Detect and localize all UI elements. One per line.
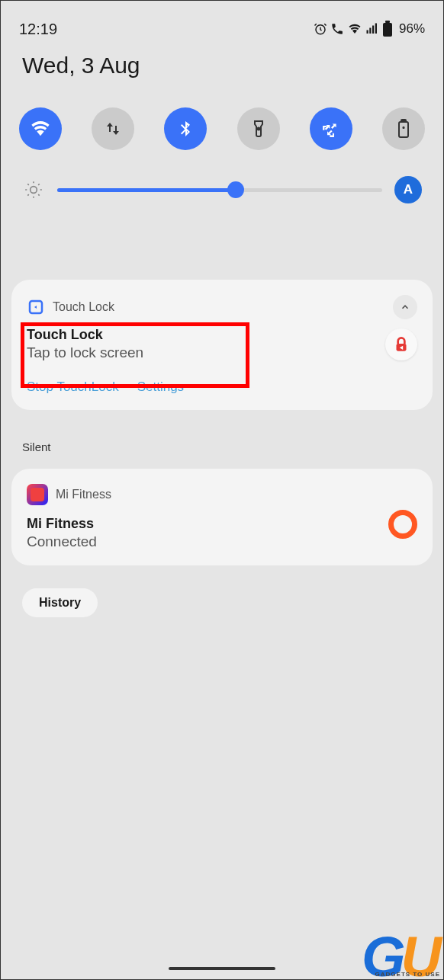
auto-rotate-toggle[interactable]: [310, 107, 352, 150]
svg-point-10: [31, 187, 37, 194]
alarm-icon: [314, 22, 327, 36]
touchlock-app-name: Touch Lock: [53, 300, 114, 314]
brightness-icon: [22, 178, 45, 201]
navigation-pill[interactable]: [169, 967, 275, 970]
svg-rect-9: [401, 120, 406, 122]
mifitness-app-icon: [27, 484, 48, 505]
bluetooth-toggle[interactable]: [164, 107, 207, 150]
mifitness-title: Mi Fitness: [27, 516, 417, 532]
signal-icon: [365, 22, 379, 36]
svg-rect-5: [383, 23, 392, 37]
lock-youtube-icon: [385, 328, 417, 360]
brightness-slider[interactable]: [57, 188, 382, 192]
touchlock-notification[interactable]: Touch Lock Touch Lock Tap to lock screen…: [11, 280, 433, 410]
voip-icon: [330, 22, 344, 36]
history-button[interactable]: History: [22, 588, 98, 617]
silent-section-label: Silent: [1, 418, 443, 461]
wifi-status-icon: [347, 22, 362, 36]
svg-rect-2: [369, 28, 371, 34]
svg-rect-6: [385, 21, 390, 23]
flashlight-toggle[interactable]: [237, 107, 280, 150]
battery-icon: [382, 21, 393, 37]
status-icons: 96%: [314, 21, 425, 37]
svg-point-7: [257, 128, 259, 130]
mifitness-ring-icon: [388, 510, 417, 539]
status-time: 12:19: [19, 21, 57, 38]
wifi-toggle[interactable]: [19, 107, 62, 150]
notification-subtitle: Tap to lock screen: [27, 344, 417, 361]
svg-rect-4: [375, 24, 377, 34]
watermark-caption: GADGETS TO USE: [375, 971, 440, 978]
notification-title: Touch Lock: [27, 327, 417, 343]
svg-rect-3: [372, 26, 374, 34]
touchlock-app-icon: [27, 298, 45, 316]
mifitness-subtitle: Connected: [27, 533, 417, 550]
date-header: Wed, 3 Aug: [1, 46, 443, 97]
battery-saver-toggle[interactable]: [382, 107, 425, 150]
mifitness-app-name: Mi Fitness: [56, 488, 111, 501]
mifitness-notification[interactable]: Mi Fitness Mi Fitness Connected: [11, 469, 433, 565]
notification-header: Touch Lock: [11, 280, 433, 327]
battery-percentage: 96%: [399, 21, 425, 37]
status-bar: 12:19 96%: [1, 1, 443, 46]
svg-rect-1: [366, 30, 368, 34]
quick-settings-toggles: [1, 97, 443, 161]
stop-touchlock-action[interactable]: Stop TouchLock: [27, 380, 119, 395]
date-text: Wed, 3 Aug: [22, 53, 422, 78]
collapse-button[interactable]: [393, 295, 417, 319]
notification-actions: Stop TouchLock Settings: [11, 373, 433, 410]
auto-brightness-toggle[interactable]: A: [394, 176, 422, 203]
mobile-data-toggle[interactable]: [92, 107, 134, 150]
svg-rect-8: [399, 122, 408, 137]
notification-body[interactable]: Touch Lock Tap to lock screen: [11, 327, 433, 373]
brightness-slider-row: A: [1, 161, 443, 219]
settings-action[interactable]: Settings: [137, 380, 184, 395]
mifitness-header: Mi Fitness: [27, 484, 417, 505]
